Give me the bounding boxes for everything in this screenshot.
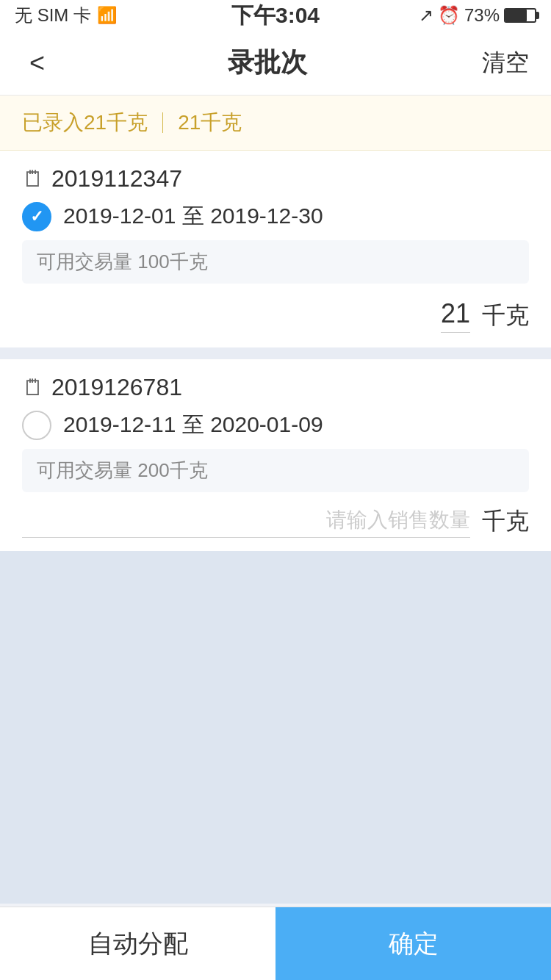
doc-icon-1: 🗒 [22, 167, 44, 192]
doc-icon-2: 🗒 [22, 375, 44, 400]
confirm-button[interactable]: 确定 [276, 907, 551, 980]
battery-percent: 73% [464, 5, 500, 26]
batch-1-date-row[interactable]: 2019-12-01 至 2019-12-30 [22, 201, 529, 231]
batch-2-qty-underline: 请输入销售数量 [22, 506, 470, 538]
auto-distribute-button[interactable]: 自动分配 [0, 907, 276, 980]
back-button[interactable]: < [22, 40, 52, 86]
batch-2-item: 🗒 2019126781 2019-12-11 至 2020-01-09 可用交… [0, 359, 551, 492]
batch-2-unit: 千克 [482, 505, 529, 538]
nav-bar: < 录批次 清空 [0, 31, 551, 96]
batch-1-date: 2019-12-01 至 2019-12-30 [63, 201, 323, 231]
batch-1-amount-underline: 21 [441, 298, 470, 333]
batch-2-container: 🗒 2019126781 2019-12-11 至 2020-01-09 可用交… [0, 359, 551, 551]
battery-icon [504, 8, 536, 23]
batch-2-header: 🗒 2019126781 [22, 374, 529, 401]
empty-area [0, 551, 551, 904]
batch-1-header: 🗒 2019112347 [22, 165, 529, 192]
status-bar-time: 下午3:04 [231, 1, 320, 31]
summary-value: 21千克 [178, 109, 242, 137]
status-bar-right: ↗ ⏰ 73% [419, 5, 536, 26]
section-divider [0, 347, 551, 359]
bottom-bar: 自动分配 确定 [0, 907, 551, 980]
page-title: 录批次 [228, 45, 307, 81]
batch-1-amount-row: 21 千克 [0, 284, 551, 347]
summary-label: 已录入21千克 [22, 109, 148, 137]
alarm-icon: ⏰ [438, 5, 460, 26]
batch-2-radio[interactable] [22, 411, 51, 440]
batch-2-qty-row: 请输入销售数量 千克 [0, 492, 551, 551]
batch-2-availability: 可用交易量 200千克 [22, 449, 529, 492]
summary-bar: 已录入21千克 21千克 [0, 96, 551, 151]
wifi-icon: 📶 [97, 6, 117, 25]
batch-2-id: 2019126781 [51, 374, 182, 401]
batch-1-id: 2019112347 [51, 165, 182, 192]
location-icon: ↗ [419, 5, 433, 26]
batch-1-radio[interactable] [22, 202, 51, 231]
batch-2-date: 2019-12-11 至 2020-01-09 [63, 410, 323, 440]
batch-1-item: 🗒 2019112347 2019-12-01 至 2019-12-30 可用交… [0, 151, 551, 284]
batch-1-container: 🗒 2019112347 2019-12-01 至 2019-12-30 可用交… [0, 151, 551, 347]
batch-1-availability: 可用交易量 100千克 [22, 240, 529, 284]
batch-1-amount-input[interactable]: 21 [441, 298, 470, 328]
summary-divider [162, 112, 163, 133]
status-bar: 无 SIM 卡 📶 下午3:04 ↗ ⏰ 73% [0, 0, 551, 31]
clear-button[interactable]: 清空 [482, 47, 529, 79]
batch-2-qty-placeholder[interactable]: 请输入销售数量 [326, 508, 470, 531]
batch-1-unit: 千克 [482, 300, 529, 332]
batch-2-date-row[interactable]: 2019-12-11 至 2020-01-09 [22, 410, 529, 440]
status-bar-left: 无 SIM 卡 📶 [15, 4, 117, 27]
carrier-text: 无 SIM 卡 [15, 4, 91, 27]
